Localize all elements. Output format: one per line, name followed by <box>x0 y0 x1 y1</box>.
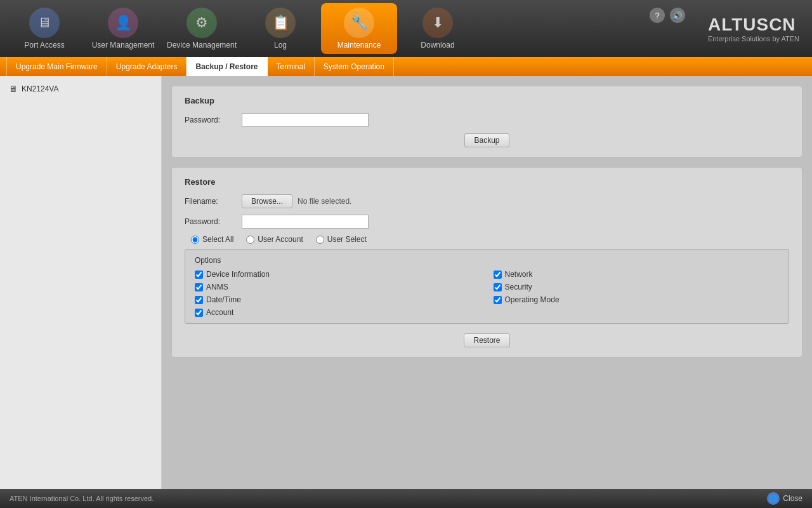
backup-password-label: Password: <box>185 116 235 124</box>
checkbox-account[interactable] <box>195 309 203 317</box>
restore-filename-label: Filename: <box>185 197 235 206</box>
restore-panel: Restore Filename: Browse... No file sele… <box>171 167 802 358</box>
checkbox-datetime[interactable] <box>195 296 203 304</box>
main-layout: 🖥 KN2124VA Backup Password: Backup Resto… <box>0 76 812 489</box>
backup-password-input[interactable] <box>242 113 369 127</box>
topbar: 🖥 Port Access 👤 User Management ⚙ Device… <box>0 0 812 57</box>
restore-button[interactable]: Restore <box>464 333 509 347</box>
checkbox-security[interactable] <box>494 283 502 291</box>
device-icon: 🖥 <box>9 84 18 94</box>
backup-panel: Backup Password: Backup <box>171 86 802 157</box>
radio-user-account-label[interactable]: User Account <box>246 235 303 244</box>
nav-download[interactable]: ⬇ Download <box>400 3 476 54</box>
radio-select-all[interactable] <box>191 236 199 244</box>
help-icon[interactable]: ? <box>650 8 665 23</box>
checkbox-device-info-label[interactable]: Device Information <box>195 270 481 279</box>
bottombar: ATEN International Co. Ltd. All rights r… <box>0 489 812 508</box>
backup-button[interactable]: Backup <box>464 133 509 147</box>
checkbox-datetime-label[interactable]: Date/Time <box>195 295 481 304</box>
nav-device-management[interactable]: ⚙ Device Management <box>164 3 240 54</box>
restore-filename-row: Filename: Browse... No file selected. <box>185 194 789 208</box>
checkbox-device-info[interactable] <box>195 271 203 279</box>
checkbox-account-label[interactable]: Account <box>195 308 481 317</box>
checkbox-anms[interactable] <box>195 283 203 291</box>
checkbox-operating-mode-label[interactable]: Operating Mode <box>494 295 780 304</box>
restore-title: Restore <box>185 177 789 187</box>
subnav-upgrade-main[interactable]: Upgrade Main Firmware <box>6 57 107 76</box>
subnav-backup-restore[interactable]: Backup / Restore <box>187 57 267 76</box>
subnav-upgrade-adapters[interactable]: Upgrade Adapters <box>107 57 187 76</box>
nav-maintenance[interactable]: 🔧 Maintenance <box>321 3 397 54</box>
sidebar-device[interactable]: 🖥 KN2124VA <box>5 81 156 97</box>
radio-user-account[interactable] <box>246 236 254 244</box>
radio-select-all-label[interactable]: Select All <box>191 235 233 244</box>
content-area: Backup Password: Backup Restore Filename… <box>162 76 812 489</box>
browse-button[interactable]: Browse... <box>242 194 292 208</box>
copyright-text: ATEN International Co. Ltd. All rights r… <box>10 495 154 502</box>
sound-icon[interactable]: 🔊 <box>670 8 685 23</box>
close-icon: 🌐 <box>767 492 780 505</box>
subnav-terminal[interactable]: Terminal <box>268 57 315 76</box>
restore-btn-row: Restore <box>185 333 789 347</box>
checkbox-operating-mode[interactable] <box>494 296 502 304</box>
restore-radio-row: Select All User Account User Select <box>185 235 789 244</box>
sidebar: 🖥 KN2124VA <box>0 76 162 489</box>
top-icons: ? 🔊 <box>650 8 685 23</box>
options-title: Options <box>195 256 779 265</box>
backup-password-row: Password: <box>185 113 789 127</box>
restore-password-input[interactable] <box>242 215 369 229</box>
nav-user-management[interactable]: 👤 User Management <box>85 3 161 54</box>
subnav: Upgrade Main Firmware Upgrade Adapters B… <box>0 57 812 76</box>
file-row: Browse... No file selected. <box>242 194 351 208</box>
subnav-system-operation[interactable]: System Operation <box>315 57 394 76</box>
radio-user-select[interactable] <box>316 236 324 244</box>
radio-user-select-label[interactable]: User Select <box>316 235 367 244</box>
close-button[interactable]: 🌐 Close <box>767 492 802 505</box>
options-grid: Device Information Network ANMS Security <box>195 270 779 317</box>
backup-btn-row: Backup <box>185 133 789 147</box>
backup-title: Backup <box>185 96 789 105</box>
checkbox-network-label[interactable]: Network <box>494 270 780 279</box>
nav-port-access[interactable]: 🖥 Port Access <box>6 3 82 54</box>
checkbox-security-label[interactable]: Security <box>494 283 780 291</box>
checkbox-network[interactable] <box>494 271 502 279</box>
restore-password-label: Password: <box>185 217 235 226</box>
no-file-text: No file selected. <box>298 197 351 206</box>
logo: ALTUSCN Enterprise Solutions by ATEN <box>708 15 799 43</box>
checkbox-anms-label[interactable]: ANMS <box>195 283 481 291</box>
options-box: Options Device Information Network ANMS <box>185 249 789 324</box>
nav-log[interactable]: 📋 Log <box>242 3 318 54</box>
restore-password-row: Password: <box>185 215 789 229</box>
